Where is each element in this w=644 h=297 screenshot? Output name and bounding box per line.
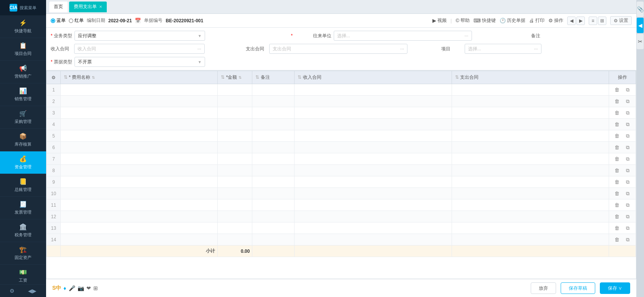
copy-row-12[interactable]: ⧉ xyxy=(624,213,631,221)
row-expense-name-9[interactable] xyxy=(61,176,218,188)
copy-row-3[interactable]: ⧉ xyxy=(624,109,631,117)
delete-row-8[interactable]: 🗑 xyxy=(613,166,621,174)
row-income-contract-12[interactable] xyxy=(295,211,452,222)
copy-row-2[interactable]: ⧉ xyxy=(624,98,631,105)
print-action[interactable]: 🖨 打印 xyxy=(529,17,545,24)
right-panel-tab-2[interactable]: ◀ xyxy=(637,18,644,33)
row-expense-contract-11[interactable] xyxy=(452,199,609,211)
row-note-6[interactable] xyxy=(252,142,295,153)
row-note-9[interactable] xyxy=(252,176,295,188)
delete-row-13[interactable]: 🗑 xyxy=(613,224,621,232)
view-list-btn[interactable]: ≡ xyxy=(589,17,597,25)
discard-button[interactable]: 放弃 xyxy=(531,282,556,294)
diamond-icon[interactable]: ♦ xyxy=(63,285,66,291)
sidebar-item-purchase[interactable]: 🛒 采购管理 xyxy=(0,106,46,129)
copy-row-8[interactable]: ⧉ xyxy=(624,167,631,174)
delete-row-4[interactable]: 🗑 xyxy=(613,120,621,128)
delete-row-5[interactable]: 🗑 xyxy=(613,132,621,139)
row-amount-8[interactable] xyxy=(218,165,252,176)
row-expense-name-10[interactable] xyxy=(61,188,218,199)
row-note-12[interactable] xyxy=(252,211,295,222)
row-expense-name-14[interactable] xyxy=(61,234,218,246)
row-amount-2[interactable] xyxy=(218,96,252,107)
row-income-contract-11[interactable] xyxy=(295,199,452,211)
delete-row-9[interactable]: 🗑 xyxy=(613,178,621,186)
copy-row-13[interactable]: ⧉ xyxy=(624,224,631,232)
row-note-2[interactable] xyxy=(252,96,295,107)
shortcut-action[interactable]: ⌨ 快捷键 xyxy=(473,17,496,24)
radio-blue[interactable]: 蓝单 xyxy=(51,17,66,24)
row-income-contract-4[interactable] xyxy=(295,119,452,130)
right-panel-tab-3[interactable]: ✂ xyxy=(637,34,644,49)
income-contract-more[interactable]: ··· xyxy=(197,46,201,51)
sidebar-item-project-contract[interactable]: 📋 项目合同 xyxy=(0,38,46,61)
row-expense-name-6[interactable] xyxy=(61,142,218,153)
row-amount-5[interactable] xyxy=(218,130,252,142)
business-type-select[interactable]: 应付调整 ▼ xyxy=(74,31,205,41)
row-note-3[interactable] xyxy=(252,107,295,119)
row-expense-contract-4[interactable] xyxy=(452,119,609,130)
row-expense-name-8[interactable] xyxy=(61,165,218,176)
row-expense-contract-10[interactable] xyxy=(452,188,609,199)
row-expense-name-12[interactable] xyxy=(61,211,218,222)
row-income-contract-3[interactable] xyxy=(295,107,452,119)
save-button[interactable]: 保存 ∨ xyxy=(600,282,630,294)
tab-home[interactable]: 首页 xyxy=(49,2,68,12)
row-expense-contract-2[interactable] xyxy=(452,96,609,107)
row-income-contract-7[interactable] xyxy=(295,153,452,165)
row-note-13[interactable] xyxy=(252,222,295,234)
set-button[interactable]: ⚙ 设置 xyxy=(610,16,632,25)
sidebar-item-tax[interactable]: 🏛️ 税务管理 xyxy=(0,219,46,242)
row-income-contract-14[interactable] xyxy=(295,234,452,246)
mic-icon[interactable]: 🎤 xyxy=(69,285,75,291)
save-draft-button[interactable]: 保存草稿 xyxy=(561,282,595,294)
config-icon[interactable]: ⚙ xyxy=(51,75,56,80)
delete-row-14[interactable]: 🗑 xyxy=(613,236,621,243)
sidebar-item-inventory[interactable]: 📦 库存核算 xyxy=(0,129,46,151)
row-amount-13[interactable] xyxy=(218,222,252,234)
nav-next-btn[interactable]: ▶ xyxy=(576,17,585,25)
row-expense-contract-6[interactable] xyxy=(452,142,609,153)
nav-prev-btn[interactable]: ◀ xyxy=(567,17,576,25)
view-grid-btn[interactable]: ⊞ xyxy=(598,17,606,25)
delete-row-6[interactable]: 🗑 xyxy=(613,143,621,151)
row-expense-contract-3[interactable] xyxy=(452,107,609,119)
history-action[interactable]: 🕐 历史单据 xyxy=(500,17,525,24)
tab-close-expense[interactable]: ✕ xyxy=(99,5,102,9)
copy-row-4[interactable]: ⧉ xyxy=(624,121,631,128)
expense-contract-select[interactable]: 支出合同 ··· xyxy=(269,44,407,54)
copy-row-9[interactable]: ⧉ xyxy=(624,178,631,186)
row-amount-7[interactable] xyxy=(218,153,252,165)
audio-icon[interactable]: ◀▶ xyxy=(28,288,36,294)
row-amount-10[interactable] xyxy=(218,188,252,199)
row-note-1[interactable] xyxy=(252,84,295,96)
sidebar-item-marketing[interactable]: 📢 营销推广 xyxy=(0,61,46,83)
row-income-contract-10[interactable] xyxy=(295,188,452,199)
sidebar-item-fixed-assets[interactable]: 🏗️ 固定资产 xyxy=(0,242,46,265)
row-expense-contract-7[interactable] xyxy=(452,153,609,165)
tab-expense[interactable]: 费用支出单✕ xyxy=(69,2,107,12)
row-expense-contract-8[interactable] xyxy=(452,165,609,176)
row-expense-name-3[interactable] xyxy=(61,107,218,119)
row-expense-name-4[interactable] xyxy=(61,119,218,130)
row-expense-contract-13[interactable] xyxy=(452,222,609,234)
video-action[interactable]: ▶ 视频 xyxy=(432,17,447,24)
help-action[interactable]: © 帮助 xyxy=(455,17,470,24)
copy-row-5[interactable]: ⧉ xyxy=(624,132,631,140)
row-amount-4[interactable] xyxy=(218,119,252,130)
row-expense-name-1[interactable] xyxy=(61,84,218,96)
heart-icon[interactable]: ❤ xyxy=(86,285,91,291)
copy-row-11[interactable]: ⧉ xyxy=(624,201,631,209)
camera-icon[interactable]: 📷 xyxy=(78,285,84,291)
row-expense-name-5[interactable] xyxy=(61,130,218,142)
ticket-type-select[interactable]: 不开票 ▼ xyxy=(74,57,205,67)
copy-row-10[interactable]: ⧉ xyxy=(624,190,631,197)
row-note-7[interactable] xyxy=(252,153,295,165)
sidebar-item-quick-nav[interactable]: ⚡ 快捷导航 xyxy=(0,15,46,38)
expense-contract-more[interactable]: ··· xyxy=(400,46,404,51)
delete-row-11[interactable]: 🗑 xyxy=(613,201,621,209)
project-select[interactable]: 选择... ··· xyxy=(465,44,541,54)
copy-row-6[interactable]: ⧉ xyxy=(624,144,631,151)
row-note-4[interactable] xyxy=(252,119,295,130)
radio-red[interactable]: 红单 xyxy=(69,17,84,24)
